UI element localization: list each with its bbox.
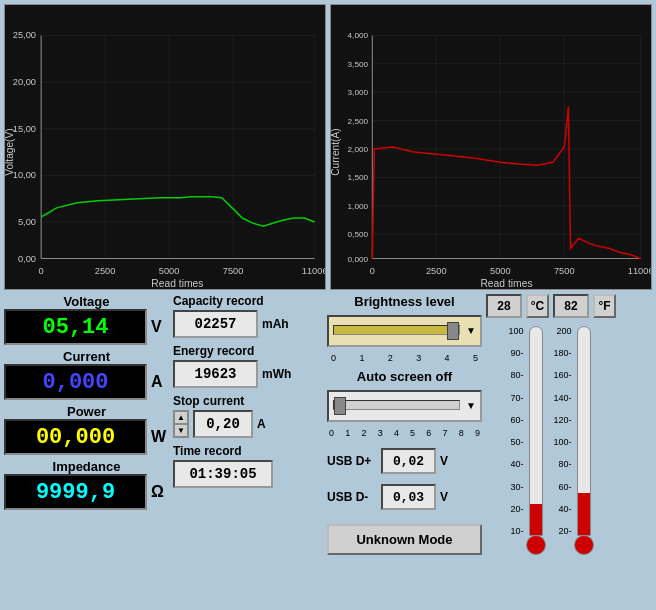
svg-text:0,500: 0,500 xyxy=(348,230,369,239)
fahrenheit-tube xyxy=(577,326,591,536)
svg-rect-0 xyxy=(5,5,325,289)
left-panel: Voltage 05,14 V Current 0,000 A Power 00… xyxy=(4,294,169,606)
svg-text:0: 0 xyxy=(370,266,375,276)
auto-screen-off-tick-labels: 0123456789 xyxy=(327,428,482,438)
svg-text:3,500: 3,500 xyxy=(348,60,369,69)
temp-controls: °C °F xyxy=(486,294,616,318)
impedance-meter-row: 9999,9 Ω xyxy=(4,474,169,510)
power-unit: W xyxy=(151,428,169,446)
stop-current-unit: A xyxy=(257,417,266,431)
impedance-label: Impedance xyxy=(4,459,169,474)
usb-dminus-unit: V xyxy=(440,490,448,504)
svg-text:4,000: 4,000 xyxy=(348,32,369,41)
svg-text:5,00: 5,00 xyxy=(18,217,36,227)
energy-input[interactable] xyxy=(173,360,258,388)
voltage-meter-group: Voltage 05,14 V xyxy=(4,294,169,345)
stop-current-down-button[interactable]: ▼ xyxy=(174,424,188,437)
svg-text:0,00: 0,00 xyxy=(18,254,36,264)
brightness-slider-container[interactable]: ▼ xyxy=(327,315,482,347)
stop-current-row: ▲ ▼ A xyxy=(173,410,323,438)
brightness-thumb xyxy=(447,322,459,340)
unknown-mode-button[interactable]: Unknown Mode xyxy=(327,524,482,555)
svg-text:11006: 11006 xyxy=(628,266,651,276)
right-middle-panel: Brightness level ▼ 012345 Auto screen of… xyxy=(327,294,482,606)
svg-text:7500: 7500 xyxy=(554,266,575,276)
impedance-meter-group: Impedance 9999,9 Ω xyxy=(4,459,169,510)
time-record-row xyxy=(173,460,323,488)
celsius-input[interactable] xyxy=(486,294,522,318)
svg-text:Voltage(V): Voltage(V) xyxy=(5,128,15,175)
celsius-fill xyxy=(530,504,542,535)
voltage-unit: V xyxy=(151,318,169,336)
svg-text:25,00: 25,00 xyxy=(13,31,36,41)
svg-text:5000: 5000 xyxy=(159,266,180,276)
capacity-row: mAh xyxy=(173,310,323,338)
time-record-input[interactable] xyxy=(173,460,273,488)
svg-text:Current(A): Current(A) xyxy=(331,128,341,175)
current-meter-group: Current 0,000 A xyxy=(4,349,169,400)
stop-current-field-group: Stop current ▲ ▼ A xyxy=(173,394,323,438)
capacity-label: Capacity record xyxy=(173,294,323,308)
middle-panel: Capacity record mAh Energy record mWh St… xyxy=(173,294,323,606)
energy-row: mWh xyxy=(173,360,323,388)
voltage-meter-row: 05,14 V xyxy=(4,309,169,345)
fahrenheit-unit-button[interactable]: °F xyxy=(593,294,616,318)
time-record-field-group: Time record xyxy=(173,444,323,488)
celsius-bulb xyxy=(526,535,546,555)
current-unit: A xyxy=(151,373,169,391)
voltage-graph-svg: 25,00 20,00 15,00 10,00 5,00 0,00 0 2500… xyxy=(5,5,325,289)
voltage-label: Voltage xyxy=(4,294,169,309)
power-display: 00,000 xyxy=(4,419,147,455)
auto-screen-off-label: Auto screen off xyxy=(327,369,482,384)
svg-text:2500: 2500 xyxy=(95,266,116,276)
energy-unit: mWh xyxy=(262,367,291,381)
current-label: Current xyxy=(4,349,169,364)
svg-text:0,000: 0,000 xyxy=(348,255,369,264)
svg-text:10,00: 10,00 xyxy=(13,171,36,181)
usb-dminus-row: USB D- 0,03 V xyxy=(327,484,482,510)
svg-text:7500: 7500 xyxy=(223,266,244,276)
svg-text:3,000: 3,000 xyxy=(348,88,369,97)
power-label: Power xyxy=(4,404,169,419)
usb-dplus-label: USB D+ xyxy=(327,454,377,468)
current-graph-svg: 4,000 3,500 3,000 2,500 2,000 1,500 1,00… xyxy=(331,5,651,289)
svg-text:2,000: 2,000 xyxy=(348,145,369,154)
svg-text:Read times: Read times xyxy=(151,278,203,289)
fahrenheit-input[interactable] xyxy=(553,294,589,318)
temperature-panel: °C °F 100 90- 80- 70- 60- 50- 40- 30- xyxy=(486,294,616,606)
energy-label: Energy record xyxy=(173,344,323,358)
stop-current-up-button[interactable]: ▲ xyxy=(174,411,188,424)
controls-section: Voltage 05,14 V Current 0,000 A Power 00… xyxy=(0,290,656,610)
thermometers-row: 100 90- 80- 70- 60- 50- 40- 30- 20- 10- xyxy=(486,322,616,606)
auto-screen-off-thumb xyxy=(334,397,346,415)
celsius-tube xyxy=(529,326,543,536)
voltage-graph-container: Voltage graph xyxy=(4,4,326,290)
fahrenheit-bulb xyxy=(574,535,594,555)
svg-text:2,500: 2,500 xyxy=(348,117,369,126)
capacity-unit: mAh xyxy=(262,317,289,331)
brightness-tick-labels: 012345 xyxy=(327,353,482,363)
stop-current-label: Stop current xyxy=(173,394,323,408)
stop-current-input[interactable] xyxy=(193,410,253,438)
celsius-scale-labels: 100 90- 80- 70- 60- 50- 40- 30- 20- 10- xyxy=(508,326,523,536)
time-record-label: Time record xyxy=(173,444,323,458)
svg-text:1,500: 1,500 xyxy=(348,174,369,183)
current-display: 0,000 xyxy=(4,364,147,400)
brightness-label: Brightness level xyxy=(327,294,482,309)
svg-text:1,000: 1,000 xyxy=(348,202,369,211)
auto-screen-off-dropdown-arrow: ▼ xyxy=(466,400,476,411)
current-meter-row: 0,000 A xyxy=(4,364,169,400)
svg-text:Read times: Read times xyxy=(480,278,532,289)
capacity-input[interactable] xyxy=(173,310,258,338)
usb-dminus-value: 0,03 xyxy=(381,484,436,510)
usb-dminus-label: USB D- xyxy=(327,490,377,504)
svg-text:0: 0 xyxy=(39,266,44,276)
svg-text:2500: 2500 xyxy=(426,266,447,276)
svg-text:11006: 11006 xyxy=(302,266,325,276)
voltage-display: 05,14 xyxy=(4,309,147,345)
brightness-slider-track xyxy=(333,325,460,335)
celsius-unit-button[interactable]: °C xyxy=(526,294,549,318)
power-meter-row: 00,000 W xyxy=(4,419,169,455)
auto-screen-off-slider-container[interactable]: ▼ xyxy=(327,390,482,422)
impedance-display: 9999,9 xyxy=(4,474,147,510)
